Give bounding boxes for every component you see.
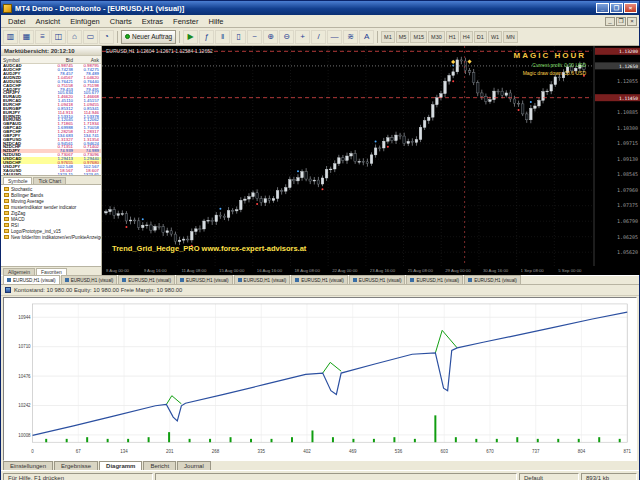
chart-window-tab[interactable]: EURUSD,H1 (visual) xyxy=(61,275,118,284)
svg-text:1.09130: 1.09130 xyxy=(617,156,638,162)
svg-text:335: 335 xyxy=(258,449,266,454)
timeframe-w1[interactable]: W1 xyxy=(488,31,502,43)
chart-tab-label: EURUSD,H1 (visual) xyxy=(128,278,171,283)
market-watch-panel: Marktübersicht: 20:12:10 Symbol Bid Ask … xyxy=(1,46,101,185)
market-watch-title: Marktübersicht: 20:12:10 xyxy=(1,46,101,56)
timeframe-m15[interactable]: M15 xyxy=(410,31,427,43)
tester-balance-graph[interactable]: 1094410710104761024210008067134201268335… xyxy=(3,297,637,461)
navigator-item-label: musterindikator sender indicator xyxy=(11,205,76,210)
menu-item-einf-gen[interactable]: Einfügen xyxy=(65,16,105,27)
zoom-out-icon[interactable]: ⊖ xyxy=(279,30,294,44)
crosshair-icon[interactable]: + xyxy=(295,30,310,44)
chart-candles-icon[interactable]: ▯ xyxy=(231,30,246,44)
svg-text:67: 67 xyxy=(76,449,81,454)
timeframe-m5[interactable]: M5 xyxy=(396,31,410,43)
tester-tab-einstellungen[interactable]: Einstellungen xyxy=(3,461,53,470)
svg-text:1.07375: 1.07375 xyxy=(617,202,638,208)
tester-tab-ergebnisse[interactable]: Ergebnisse xyxy=(54,461,98,470)
left-panel: Marktübersicht: 20:12:10 Symbol Bid Ask … xyxy=(1,46,102,275)
tester-tab-journal[interactable]: Journal xyxy=(177,461,211,470)
tester-summary-bar: Kontostand: 10 980.00 Equity: 10 980.00 … xyxy=(1,285,639,296)
timeline-label: 15 Aug 00:00 xyxy=(219,268,257,273)
chart-tab-icon xyxy=(7,278,11,282)
new-order-button[interactable]: Neuer Auftrag xyxy=(121,30,176,44)
mdi-restore-button[interactable]: ❐ xyxy=(616,17,626,26)
timeframe-h4[interactable]: H4 xyxy=(460,31,473,43)
chart-tab-icon xyxy=(180,278,184,282)
timeline-label: 25 Aug 08:00 xyxy=(408,268,446,273)
status-profile[interactable]: Default xyxy=(519,473,579,480)
indicators-icon[interactable]: ƒ xyxy=(199,30,214,44)
navigator-item[interactable]: New folder/ttm indikatoren/en/PunkteAnze… xyxy=(1,234,101,240)
zoom-in-icon[interactable]: ⊕ xyxy=(263,30,278,44)
minimize-button[interactable]: _ xyxy=(596,3,609,13)
chart-window-tab[interactable]: EURUSD,H1 (visual) xyxy=(234,275,291,284)
autotrading-icon[interactable]: ▶ xyxy=(183,30,198,44)
menu-item-fenster[interactable]: Fenster xyxy=(168,16,203,27)
chart-window-tab[interactable]: EURUSD,H1 (visual) xyxy=(464,275,521,284)
trendline-icon[interactable]: / xyxy=(311,30,326,44)
market-watch-list: AUDCAD0.987450.98795AUDCHF0.742380.74275… xyxy=(1,64,101,175)
market-watch-icon[interactable]: ≡ xyxy=(35,30,50,44)
toolbar: ▥▦≡◫⌂▭◔Neuer Auftrag▶ƒ‖▯~⊕⊖+/—≋AM1M5M15M… xyxy=(1,28,639,46)
timeframe-m30[interactable]: M30 xyxy=(428,31,445,43)
chart-window-tab[interactable]: EURUSD,H1 (visual) xyxy=(3,275,60,284)
chart-tab-icon xyxy=(353,278,357,282)
chart-window-tab[interactable]: EURUSD,H1 (visual) xyxy=(176,275,233,284)
fibonacci-icon[interactable]: ≋ xyxy=(343,30,358,44)
folder-icon xyxy=(4,217,9,221)
timeframe-m1[interactable]: M1 xyxy=(381,31,395,43)
chart-window-tab[interactable]: EURUSD,H1 (visual) xyxy=(118,275,175,284)
close-button[interactable]: × xyxy=(624,3,637,13)
tester-tab-diagramm[interactable]: Diagramm xyxy=(99,461,142,470)
chart-line-icon[interactable]: ~ xyxy=(247,30,262,44)
column-bid: Bid xyxy=(43,57,73,63)
timeframe-h1[interactable]: H1 xyxy=(446,31,459,43)
chart-bars-icon[interactable]: ‖ xyxy=(215,30,230,44)
menu-item-ansicht[interactable]: Ansicht xyxy=(31,16,66,27)
navigator-tab-allgemein[interactable]: Allgemein xyxy=(3,268,35,275)
new-chart-icon[interactable]: ▥ xyxy=(3,30,18,44)
horizontal-line-icon[interactable]: — xyxy=(327,30,342,44)
mdi-close-button[interactable]: × xyxy=(627,17,637,26)
svg-text:871: 871 xyxy=(624,449,632,454)
navigator-tabs: AllgemeinFavoriten xyxy=(1,266,101,275)
chart-window-tab[interactable]: EURUSD,H1 (visual) xyxy=(406,275,463,284)
navigator-item-label: RSI xyxy=(11,223,19,228)
chart-window-tab[interactable]: EURUSD,H1 (visual) xyxy=(349,275,406,284)
folder-icon xyxy=(4,199,9,203)
text-label-icon[interactable]: A xyxy=(359,30,374,44)
strategy-tester-icon[interactable]: ◔ xyxy=(99,30,114,44)
chart-time-axis: 8 Aug 00:009 Aug 16:0011 Aug 08:0015 Aug… xyxy=(102,266,640,275)
navigator-item-label: ZigZag xyxy=(11,211,25,216)
svg-text:201: 201 xyxy=(166,449,174,454)
svg-text:Trend_Grid_Hedge_PRO www.fore: Trend_Grid_Hedge_PRO www.forex-expert-ad… xyxy=(112,244,307,253)
navigator-tab-favoriten[interactable]: Favoriten xyxy=(36,268,67,275)
menu-item-extras[interactable]: Extras xyxy=(137,16,168,27)
chart-window-tab[interactable]: EURUSD,H1 (visual) xyxy=(291,275,348,284)
status-bar: Für Hilfe, F1 drücken Default 893/1 kb xyxy=(1,470,639,480)
market-watch-tab-symbole[interactable]: Symbole xyxy=(3,177,32,184)
svg-text:1.12650: 1.12650 xyxy=(619,64,638,69)
navigator-icon[interactable]: ⌂ xyxy=(67,30,82,44)
svg-text:1.05620: 1.05620 xyxy=(617,249,638,255)
chart-tab-icon xyxy=(295,278,299,282)
menu-item-datei[interactable]: Datei xyxy=(3,16,31,27)
timeframe-d1[interactable]: D1 xyxy=(474,31,487,43)
mdi-minimize-button[interactable]: _ xyxy=(605,17,615,26)
maximize-button[interactable]: ❐ xyxy=(610,3,623,13)
menu-item-hilfe[interactable]: Hilfe xyxy=(204,16,229,27)
price-chart-canvas[interactable]: 1.132251.126401.120551.114701.108851.103… xyxy=(102,46,640,266)
data-window-icon[interactable]: ◫ xyxy=(51,30,66,44)
menu-item-charts[interactable]: Charts xyxy=(105,16,137,27)
svg-text:1.08545: 1.08545 xyxy=(617,171,638,177)
timeframe-mn[interactable]: MN xyxy=(503,31,518,43)
svg-text:10242: 10242 xyxy=(18,403,31,408)
terminal-icon[interactable]: ▭ xyxy=(83,30,98,44)
folder-icon xyxy=(4,229,9,233)
navigator-item-label: New folder/ttm indikatoren/en/PunkteAnze… xyxy=(11,235,101,240)
svg-text:10710: 10710 xyxy=(18,344,31,349)
market-watch-tab-tick-chart[interactable]: Tick Chart xyxy=(33,177,66,184)
chart-profiles-icon[interactable]: ▦ xyxy=(19,30,34,44)
tester-tab-bericht[interactable]: Bericht xyxy=(143,461,176,470)
